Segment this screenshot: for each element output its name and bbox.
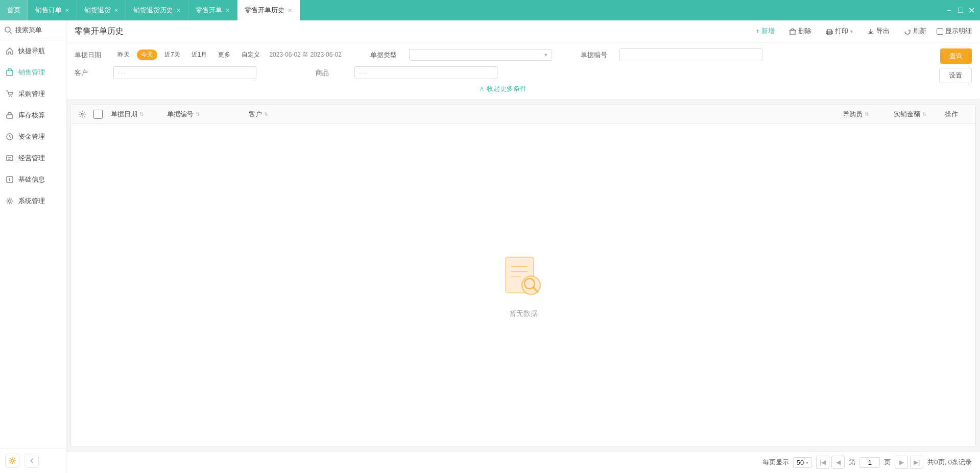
page-number-input[interactable]: [859, 457, 880, 468]
number-input[interactable]: [619, 48, 762, 61]
finance-icon: [5, 132, 14, 141]
inventory-icon: [5, 111, 14, 120]
management-icon: [5, 154, 14, 163]
window-controls: － □ ✕: [945, 5, 980, 16]
sidebar-item-finance[interactable]: 资金管理: [0, 126, 66, 147]
sidebar-item-management[interactable]: 经营管理: [0, 147, 66, 169]
sort-customer-icon: ⇅: [264, 111, 268, 117]
type-chevron-icon: ▾: [544, 52, 547, 58]
display-detail-checkbox[interactable]: 显示明细: [937, 27, 972, 36]
date-label: 单据日期: [75, 51, 105, 60]
col-header-customer[interactable]: 客户 ⇅: [245, 110, 839, 119]
date-btn-yesterday[interactable]: 昨天: [113, 49, 134, 60]
col-header-amount[interactable]: 实销金额 ⇅: [890, 110, 941, 119]
empty-text: 暂无数据: [509, 309, 538, 318]
table-container: 单据日期 ⇅ 单据编号 ⇅ 客户 ⇅ 导购员 ⇅ 实销金额 ⇅: [70, 104, 976, 447]
sidebar-item-nav[interactable]: 快捷导航: [0, 40, 66, 62]
page-size-chevron-icon: ▾: [806, 460, 808, 465]
svg-point-3: [9, 96, 10, 97]
close-tab-retail-order[interactable]: ✕: [225, 7, 230, 14]
sidebar-item-purchase-label: 采购管理: [18, 89, 45, 98]
filter-row-2: 客户 ··· 商品 ···: [75, 66, 931, 79]
next-page-btn[interactable]: ▶: [895, 456, 908, 469]
svg-point-14: [11, 460, 14, 462]
sidebar-item-management-label: 经营管理: [18, 154, 45, 163]
sort-date-icon: ⇅: [139, 111, 144, 117]
tab-retail-order-history[interactable]: 零售开单历史 ✕: [237, 0, 300, 20]
basicinfo-icon: [5, 175, 14, 184]
table-settings-icon[interactable]: [75, 107, 89, 121]
svg-point-17: [81, 113, 83, 115]
print-button[interactable]: 打印 ▾: [822, 24, 857, 38]
sort-guide-icon: ⇅: [865, 111, 869, 117]
tab-sales-return[interactable]: 销货退货 ✕: [77, 0, 126, 20]
maximize-btn[interactable]: □: [958, 6, 963, 15]
date-btn-today[interactable]: 今天: [137, 49, 157, 60]
page-size-select[interactable]: 50 ▾: [793, 457, 812, 468]
search-icon: [4, 26, 12, 35]
export-button[interactable]: 导出: [863, 24, 894, 38]
type-select[interactable]: ▾: [409, 49, 552, 61]
first-page-btn[interactable]: |◀: [816, 456, 829, 469]
customer-label: 客户: [75, 68, 105, 78]
export-icon: [867, 27, 874, 35]
close-tab-sales-order[interactable]: ✕: [65, 7, 69, 14]
page-nav: |◀ ◀ 第 页 ▶ ▶|: [816, 456, 923, 469]
product-dots: ···: [359, 69, 368, 77]
sidebar-item-system-label: 系统管理: [18, 196, 45, 206]
setting-button[interactable]: 设置: [939, 68, 972, 83]
collapse-filter-btn[interactable]: ∧ 收起更多条件: [75, 84, 931, 93]
query-button[interactable]: 查询: [940, 48, 972, 64]
date-btn-custom[interactable]: 自定义: [237, 49, 264, 60]
date-btn-1month[interactable]: 近1月: [187, 49, 211, 60]
col-header-date[interactable]: 单据日期 ⇅: [107, 110, 163, 119]
tab-sales-order[interactable]: 销售订单 ✕: [28, 0, 77, 20]
select-all-checkbox[interactable]: [93, 110, 103, 119]
sidebar-item-basicinfo-label: 基础信息: [18, 175, 45, 184]
sidebar-search[interactable]: 搜索菜单: [0, 20, 66, 40]
product-label: 商品: [316, 68, 346, 78]
col-header-guide[interactable]: 导购员 ⇅: [839, 110, 890, 119]
sidebar-item-sales[interactable]: 销售管理: [0, 62, 66, 83]
sidebar-item-inventory[interactable]: 库存核算: [0, 105, 66, 126]
sidebar-item-purchase[interactable]: 采购管理: [0, 83, 66, 105]
close-tab-sales-return-history[interactable]: ✕: [176, 7, 181, 14]
delete-button[interactable]: 删除: [785, 24, 816, 38]
window-close-btn[interactable]: ✕: [968, 6, 975, 15]
settings-bottom-btn[interactable]: [5, 454, 19, 468]
purchase-icon: [5, 89, 14, 98]
date-btn-more[interactable]: 更多: [214, 49, 234, 60]
tab-home[interactable]: 首页: [0, 0, 28, 20]
product-select[interactable]: ···: [354, 66, 497, 79]
customer-select[interactable]: ···: [113, 66, 256, 79]
close-tab-retail-order-history[interactable]: ✕: [288, 7, 292, 14]
date-btn-7days[interactable]: 近7天: [160, 49, 184, 60]
refresh-button[interactable]: 刷新: [900, 24, 930, 38]
print-icon: [826, 27, 833, 35]
main-layout: 搜索菜单 快捷导航 销售管理 采购管理 库存核算: [0, 20, 980, 473]
sidebar: 搜索菜单 快捷导航 销售管理 采购管理 库存核算: [0, 20, 66, 473]
col-header-action: 操作: [941, 110, 971, 119]
svg-point-13: [9, 200, 11, 203]
page-header: 零售开单历史 + 新增 删除 打印 ▾: [66, 20, 980, 42]
last-page-btn[interactable]: ▶|: [910, 456, 923, 469]
close-tab-sales-return[interactable]: ✕: [114, 7, 118, 14]
sidebar-item-basicinfo[interactable]: 基础信息: [0, 169, 66, 190]
toolbar: + 新增 删除 打印 ▾: [752, 24, 972, 38]
col-header-number[interactable]: 单据编号 ⇅: [163, 110, 245, 119]
collapse-sidebar-btn[interactable]: [25, 454, 39, 468]
tab-sales-return-history[interactable]: 销货退货历史 ✕: [126, 0, 188, 20]
svg-point-4: [11, 96, 12, 97]
tab-retail-order[interactable]: 零售开单 ✕: [188, 0, 237, 20]
prev-page-btn[interactable]: ◀: [831, 456, 845, 469]
filter-right: 查询 设置: [931, 48, 972, 93]
display-detail-input[interactable]: [937, 28, 943, 35]
delete-icon: [789, 27, 796, 35]
svg-rect-15: [790, 30, 795, 35]
sidebar-item-system[interactable]: 系统管理: [0, 190, 66, 212]
minimize-btn[interactable]: －: [945, 5, 953, 16]
add-button[interactable]: + 新增: [752, 24, 779, 38]
date-buttons: 昨天 今天 近7天 近1月 更多 自定义 2023-06-02 至 2023-0…: [113, 49, 342, 60]
sidebar-bottom: [0, 448, 66, 473]
page-num-prefix: 第: [847, 458, 857, 467]
